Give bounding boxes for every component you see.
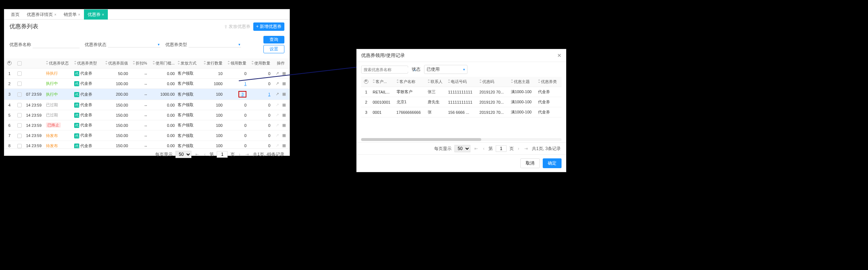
settings-button[interactable]: 设置 xyxy=(263,45,284,53)
table-row[interactable]: 714 23:59待发布代代金券150.00--0.00客户领取10000↗▦ xyxy=(4,130,289,141)
page-label-a: 第 xyxy=(209,151,214,158)
voucher-tag-icon: 代 xyxy=(74,123,79,128)
qr-icon[interactable]: ▦ xyxy=(281,113,287,118)
row-checkbox[interactable] xyxy=(17,134,22,138)
sort-icon[interactable] xyxy=(46,61,48,65)
tab-优惠券详情页[interactable]: 优惠券详情页× xyxy=(23,9,60,20)
mcol-phone: 电话号码 xyxy=(451,79,467,84)
mcol-name: 客户名称 xyxy=(399,79,415,84)
tab-优惠券[interactable]: 优惠券× xyxy=(84,9,108,20)
m-per-select[interactable]: 50 xyxy=(454,145,470,152)
filter-type-select[interactable]: ▾ xyxy=(189,42,241,47)
m-next-button[interactable]: › xyxy=(517,146,520,151)
sort-icon[interactable] xyxy=(105,61,107,65)
sort-icon[interactable] xyxy=(538,79,540,83)
table-row[interactable]: 514 23:59已过期代代金券150.00--0.00客户领取10000↗▦ xyxy=(4,110,289,120)
row-checkbox[interactable] xyxy=(17,92,22,97)
open-icon[interactable]: ↗ xyxy=(275,133,280,138)
voucher-tag-icon: 代 xyxy=(74,71,79,76)
modal-status-select[interactable]: 已使用 ▾ xyxy=(424,65,467,74)
sort-icon[interactable] xyxy=(373,79,375,83)
search-button[interactable]: 查询 xyxy=(263,36,284,43)
search-input[interactable] xyxy=(364,67,414,72)
m-first-button[interactable]: ⇤ xyxy=(473,146,479,151)
open-icon[interactable]: ↗ xyxy=(275,123,280,128)
table-row[interactable]: 814 23:59待发布代代金券150.00--0.00客户领取10000↗▦ xyxy=(4,141,289,148)
tab-销货单[interactable]: 销货单× xyxy=(60,9,84,20)
qr-icon[interactable]: ▦ xyxy=(281,71,287,76)
filter-name-input[interactable] xyxy=(33,41,80,48)
m-prev-button[interactable]: ‹ xyxy=(482,146,486,151)
qr-icon[interactable]: ▦ xyxy=(281,123,287,128)
coupon-list-panel: 首页优惠券详情页×销货单×优惠券× 优惠券列表 ⇪ 发放优惠券 + 新增优惠券 … xyxy=(4,9,290,156)
table-row[interactable]: 1RETAIL...零散客户张三111111111112019120 70...… xyxy=(361,87,562,97)
filter-status-label: 优惠券状态 xyxy=(85,42,106,48)
cancel-button[interactable]: 取消 xyxy=(520,158,540,168)
row-checkbox[interactable] xyxy=(17,103,22,107)
qr-icon[interactable]: ▦ xyxy=(281,103,287,108)
horizontal-scrollbar[interactable] xyxy=(361,138,562,141)
sort-icon[interactable] xyxy=(204,61,206,65)
table-row[interactable]: 3000117666666666张156 6666 ...2019120 70.… xyxy=(361,107,562,117)
mcol-type: 优惠券类 xyxy=(541,79,557,84)
used-link[interactable]: 1 xyxy=(268,92,270,96)
close-icon[interactable]: × xyxy=(102,13,104,17)
sort-icon[interactable] xyxy=(428,79,430,83)
table-row[interactable]: 2执行中代代金券100.00--0.00客户领取100010↗▦ xyxy=(4,79,289,89)
qr-icon[interactable]: ▦ xyxy=(281,92,287,97)
gear-icon[interactable] xyxy=(7,61,12,65)
qr-icon[interactable]: ▦ xyxy=(281,133,287,138)
sort-icon[interactable] xyxy=(74,61,76,65)
table-row[interactable]: 307 23:59执行中代代金券200.00--1000.00客户领取10031… xyxy=(4,89,289,100)
per-page-select[interactable]: 50 xyxy=(175,151,191,158)
m-last-button[interactable]: ⇥ xyxy=(523,146,529,151)
open-icon[interactable]: ↗ xyxy=(275,71,280,76)
sort-icon[interactable] xyxy=(448,79,450,83)
first-page-button[interactable]: ⇤ xyxy=(194,152,200,157)
sort-icon[interactable] xyxy=(133,61,135,65)
table-row[interactable]: 614 23:59已终止代代金券150.00--0.00客户领取10000↗▦ xyxy=(4,120,289,130)
close-icon[interactable]: × xyxy=(78,13,80,17)
m-page-a: 第 xyxy=(488,146,493,152)
qr-icon[interactable]: ▦ xyxy=(281,143,287,148)
m-page-input[interactable] xyxy=(496,145,507,152)
gear-icon[interactable] xyxy=(364,79,368,84)
tab-首页[interactable]: 首页 xyxy=(7,9,23,20)
sort-icon[interactable] xyxy=(251,61,254,65)
open-icon[interactable]: ↗ xyxy=(275,103,280,108)
page-input[interactable] xyxy=(217,151,228,158)
sort-icon[interactable] xyxy=(397,79,399,83)
ok-button[interactable]: 确定 xyxy=(543,158,562,168)
open-icon[interactable]: ↗ xyxy=(275,81,280,86)
open-icon[interactable]: ↗ xyxy=(275,113,280,118)
sort-icon[interactable] xyxy=(178,61,180,65)
distribute-coupon-button[interactable]: ⇪ 发放优惠券 xyxy=(224,22,250,31)
search-box[interactable]: ⌕ xyxy=(361,66,408,74)
sort-icon[interactable] xyxy=(153,61,155,65)
next-page-button[interactable]: › xyxy=(238,152,241,157)
select-all-checkbox[interactable] xyxy=(17,61,22,66)
row-checkbox[interactable] xyxy=(17,123,22,128)
sort-icon[interactable] xyxy=(479,79,482,83)
claimed-link[interactable]: 1 xyxy=(244,82,246,86)
table-row[interactable]: 414 23:59已过期代代金券150.00--0.00客户领取10000↗▦ xyxy=(4,100,289,110)
open-icon[interactable]: ↗ xyxy=(275,92,280,97)
add-coupon-button[interactable]: + 新增优惠券 xyxy=(253,22,284,31)
open-icon[interactable]: ↗ xyxy=(275,143,280,148)
row-checkbox[interactable] xyxy=(17,113,22,117)
table-row[interactable]: 1待执行代代金券50.00--0.00客户领取1000↗▦ xyxy=(4,68,289,79)
sort-icon[interactable] xyxy=(511,79,513,83)
row-checkbox[interactable] xyxy=(17,82,22,86)
qr-icon[interactable]: ▦ xyxy=(281,81,287,86)
close-icon[interactable]: × xyxy=(54,13,56,17)
sort-icon[interactable] xyxy=(228,61,230,65)
filter-name-label: 优惠券名称 xyxy=(9,42,31,48)
filter-status-select[interactable]: ▾ xyxy=(108,42,160,47)
last-page-button[interactable]: ⇥ xyxy=(244,152,250,157)
claimed-link[interactable]: 3 xyxy=(241,92,244,96)
table-row[interactable]: 200010001北京1唐先生111111111112019120 70...满… xyxy=(361,97,562,107)
prev-page-button[interactable]: ‹ xyxy=(203,152,207,157)
close-icon[interactable]: ✕ xyxy=(557,53,562,58)
row-checkbox[interactable] xyxy=(17,144,22,148)
row-checkbox[interactable] xyxy=(17,71,22,76)
